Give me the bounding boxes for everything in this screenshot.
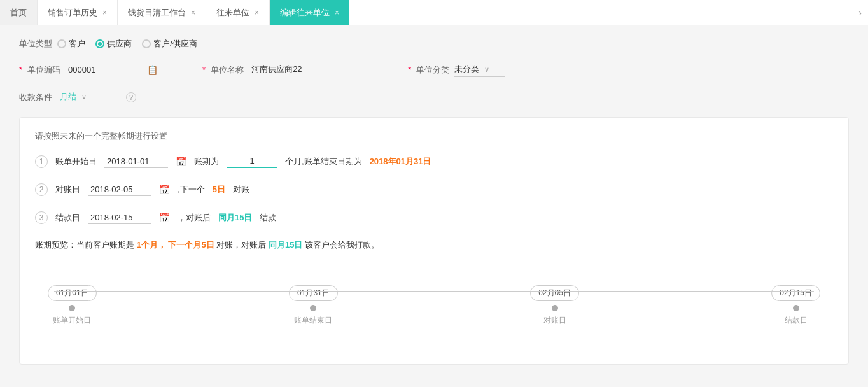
unit-code-calendar-icon[interactable]: 📋 bbox=[147, 65, 158, 75]
tab-edit-partner[interactable]: 编辑往来单位 × bbox=[270, 0, 349, 25]
payment-value: 月结 bbox=[60, 91, 76, 102]
unit-info-row: * 单位编码 📋 * 单位名称 * 单位分类 未分类 ∨ bbox=[19, 62, 849, 77]
radio-label-both: 客户/供应商 bbox=[153, 38, 197, 50]
radio-label-supplier: 供应商 bbox=[107, 38, 132, 50]
row-label-2: 对账日 bbox=[55, 184, 80, 195]
row-num-1: 1 bbox=[35, 155, 48, 168]
unit-code-input[interactable] bbox=[66, 64, 142, 76]
start-date-input[interactable] bbox=[104, 155, 168, 168]
unit-name-input[interactable] bbox=[249, 64, 363, 76]
timeline-dot-2 bbox=[552, 305, 558, 311]
end-date-highlight: 2018年01月31日 bbox=[370, 156, 431, 167]
period-unit-text: 个月,账单结束日期为 bbox=[285, 156, 362, 167]
tab-partner-unit[interactable]: 往来单位 × bbox=[206, 0, 270, 25]
radio-supplier[interactable]: 供应商 bbox=[95, 38, 132, 50]
tab-close-partner-unit[interactable]: × bbox=[255, 8, 259, 17]
timeline-line bbox=[54, 291, 814, 292]
timeline-label-1: 账单结束日 bbox=[294, 315, 332, 326]
preview-mid: 对账，对账后 bbox=[216, 240, 266, 250]
period-value-input[interactable] bbox=[227, 155, 277, 168]
reconcile-date-input[interactable] bbox=[88, 183, 151, 196]
card-title: 请按照未来的一个完整帐期进行设置 bbox=[35, 130, 833, 142]
payment-label: 收款条件 bbox=[19, 92, 52, 103]
tab-bar: 首页 销售订单历史 × 钱货日清工作台 × 往来单位 × 编辑往来单位 × › bbox=[0, 0, 868, 25]
payment-row: 收款条件 月结 ∨ ? bbox=[19, 90, 849, 104]
timeline-container: 01月01日 账单开始日 01月31日 账单结束日 02月05日 对账日 02月… bbox=[35, 266, 833, 351]
reconcile-suffix-pre: ,下一个 bbox=[178, 184, 205, 195]
tab-more-arrow[interactable]: › bbox=[852, 8, 868, 18]
preview-p1: 1个月， bbox=[137, 240, 166, 250]
timeline-dot-3 bbox=[793, 305, 799, 311]
start-date-calendar-icon[interactable]: 📅 bbox=[176, 157, 186, 167]
settle-suffix-post: 结款 bbox=[260, 212, 276, 223]
timeline-dot-0 bbox=[69, 305, 75, 311]
unit-name-label: 单位名称 bbox=[211, 64, 244, 76]
unit-type-radio-group: 客户 供应商 客户/供应商 bbox=[57, 38, 197, 50]
timeline-badge-0: 01月01日 bbox=[48, 285, 97, 301]
row-num-2: 2 bbox=[35, 183, 48, 196]
preview-label: 账期预览：当前客户账期是 bbox=[35, 240, 134, 250]
setup-card: 请按照未来的一个完整帐期进行设置 1 账单开始日 📅 账期为 个月,账单结束日期… bbox=[19, 117, 849, 365]
period-prefix: 账期为 bbox=[194, 156, 219, 167]
timeline-label-3: 结款日 bbox=[785, 315, 808, 326]
settle-suffix-pre: ，对账后 bbox=[178, 212, 211, 223]
unit-class-dropdown[interactable]: 未分类 ∨ bbox=[454, 62, 505, 77]
unit-code-label: 单位编码 bbox=[27, 64, 60, 76]
reconcile-date-calendar-icon[interactable]: 📅 bbox=[159, 185, 170, 195]
unit-type-field: 单位类型 客户 供应商 客户/供应商 bbox=[19, 38, 197, 50]
timeline-badge-2: 02月05日 bbox=[530, 285, 579, 301]
unit-class-value: 未分类 bbox=[454, 64, 479, 75]
tab-close-cash-work[interactable]: × bbox=[191, 8, 195, 17]
radio-label-customer: 客户 bbox=[69, 38, 85, 50]
preview-section: 账期预览：当前客户账期是 1个月， 下一个月5日 对账，对账后 同月15日 该客… bbox=[35, 239, 833, 251]
tab-close-edit-partner[interactable]: × bbox=[335, 8, 339, 17]
tab-close-sales-history[interactable]: × bbox=[102, 8, 107, 17]
reconcile-highlight: 5日 bbox=[213, 184, 225, 195]
unit-name-field: * 单位名称 bbox=[202, 64, 363, 76]
payment-help-icon[interactable]: ? bbox=[126, 92, 136, 102]
unit-code-field: * 单位编码 📋 bbox=[19, 64, 158, 76]
unit-class-field: * 单位分类 未分类 ∨ bbox=[408, 62, 505, 77]
row-num-3: 3 bbox=[35, 211, 48, 224]
page-content: 单位类型 客户 供应商 客户/供应商 * 单位编码 bbox=[0, 25, 868, 387]
payment-chevron: ∨ bbox=[81, 93, 87, 101]
radio-circle-both bbox=[142, 39, 151, 48]
row-label-3: 结款日 bbox=[55, 212, 80, 223]
unit-type-row: 单位类型 客户 供应商 客户/供应商 bbox=[19, 38, 849, 50]
timeline-dot-1 bbox=[310, 305, 316, 311]
timeline-label-0: 账单开始日 bbox=[53, 315, 91, 326]
radio-circle-supplier bbox=[95, 39, 104, 48]
radio-circle-customer bbox=[57, 39, 66, 48]
radio-customer[interactable]: 客户 bbox=[57, 38, 85, 50]
preview-end: 该客户会给我打款。 bbox=[305, 240, 379, 250]
settle-date-input[interactable] bbox=[88, 211, 151, 224]
timeline-badge-1: 01月31日 bbox=[289, 285, 338, 301]
unit-class-label: 单位分类 bbox=[416, 64, 449, 76]
unit-type-label: 单位类型 bbox=[19, 38, 52, 50]
radio-both[interactable]: 客户/供应商 bbox=[142, 38, 197, 50]
settle-date-calendar-icon[interactable]: 📅 bbox=[159, 213, 170, 223]
timeline-label-2: 对账日 bbox=[543, 315, 566, 326]
tab-cash-work[interactable]: 钱货日清工作台 × bbox=[118, 0, 206, 25]
payment-dropdown[interactable]: 月结 ∨ bbox=[57, 90, 121, 104]
row-label-1: 账单开始日 bbox=[55, 156, 97, 167]
preview-p2: 下一个月5日 bbox=[168, 240, 214, 250]
setup-row-2: 2 对账日 📅 ,下一个 5日 对账 bbox=[35, 183, 833, 196]
tab-home[interactable]: 首页 bbox=[0, 0, 38, 25]
unit-class-chevron: ∨ bbox=[484, 66, 489, 74]
timeline-badge-3: 02月15日 bbox=[771, 285, 820, 301]
settle-highlight: 同月15日 bbox=[218, 212, 252, 223]
tab-sales-history[interactable]: 销售订单历史 × bbox=[38, 0, 118, 25]
reconcile-suffix-post: 对账 bbox=[233, 184, 249, 195]
setup-row-1: 1 账单开始日 📅 账期为 个月,账单结束日期为 2018年01月31日 bbox=[35, 155, 833, 168]
payment-field: 收款条件 月结 ∨ ? bbox=[19, 90, 136, 104]
preview-p3: 同月15日 bbox=[269, 240, 302, 250]
setup-row-3: 3 结款日 📅 ，对账后 同月15日 结款 bbox=[35, 211, 833, 224]
